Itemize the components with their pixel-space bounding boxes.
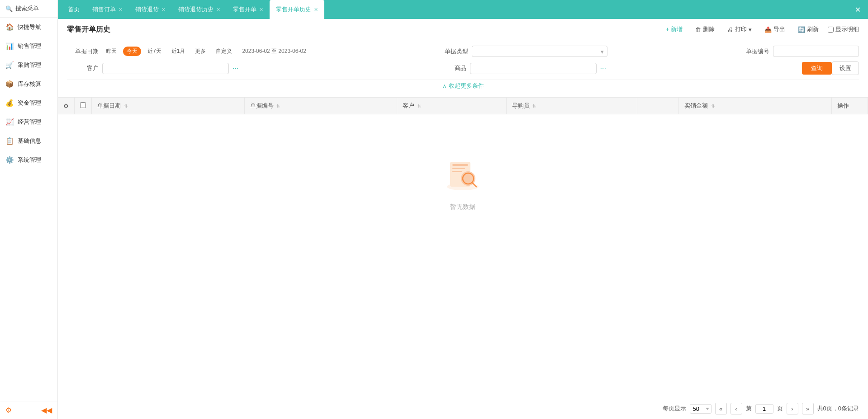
select-all-checkbox[interactable] (80, 102, 86, 108)
collapse-filter-btn[interactable]: ∧ 收起更多条件 (67, 80, 859, 92)
pagination-bar: 每页显示 50 10 20 100 « ‹ 第 页 › » 共0页，0条记录 (58, 398, 868, 419)
delete-button[interactable]: 🗑 删除 (692, 24, 718, 35)
date-filter-label: 单据日期 (67, 47, 99, 56)
sidebar-search[interactable]: 🔍 搜索采单 (0, 0, 57, 18)
query-button[interactable]: 查询 (802, 62, 832, 75)
empty-state: 暂无数据 (58, 114, 868, 229)
tab-retail-open-history[interactable]: 零售开单历史 ✕ (270, 0, 324, 19)
sidebar-item-purchase-mgmt[interactable]: 🛒 采购管理 (0, 56, 57, 75)
sidebar-item-sales-mgmt[interactable]: 📊 销售管理 (0, 37, 57, 56)
date-more[interactable]: 更多 (191, 47, 209, 56)
sidebar-item-inventory[interactable]: 📦 库存核算 (0, 75, 57, 94)
table-header-amount[interactable]: 实销金额 ⇅ (679, 98, 832, 114)
table-settings-header[interactable]: ⚙ (58, 98, 75, 114)
date-7days[interactable]: 近7天 (144, 47, 165, 56)
sidebar-bottom: ⚙ ◀◀ (0, 401, 57, 419)
tab-sales-order-close[interactable]: ✕ (119, 7, 123, 13)
date-options: 昨天 今天 近7天 近1月 更多 自定义 2023-06-02 至 2023-0… (102, 47, 306, 56)
filter-area: 单据日期 昨天 今天 近7天 近1月 更多 自定义 2023-06-02 至 2… (58, 40, 868, 98)
date-yesterday[interactable]: 昨天 (102, 47, 120, 56)
tab-sales-return[interactable]: 销货退货 ✕ (129, 0, 172, 19)
data-table: ⚙ 单据日期 ⇅ 单据编号 ⇅ 客户 ⇅ (58, 98, 868, 229)
table-header-salesperson[interactable]: 导购员 ⇅ (506, 98, 637, 114)
table-header-action: 操作 (832, 98, 868, 114)
sidebar-item-label: 经营管理 (18, 118, 41, 126)
tab-retail-open[interactable]: 零售开单 ✕ (227, 0, 270, 19)
sidebar-nav: 🏠 快捷导航 📊 销售管理 🛒 采购管理 📦 库存核算 💰 资金管理 📈 经营管… (0, 18, 57, 401)
prev-page-btn[interactable]: ‹ (730, 403, 742, 414)
gear-icon: ⚙️ (5, 156, 14, 164)
show-detail-toggle[interactable]: 显示明细 (828, 25, 859, 33)
table-header-date[interactable]: 单据日期 ⇅ (92, 98, 245, 114)
tab-retail-open-history-close[interactable]: ✕ (314, 7, 318, 13)
collapse-sidebar-icon[interactable]: ◀◀ (41, 406, 52, 414)
tab-sales-return-history-label: 销货退货历史 (178, 5, 213, 14)
tab-sales-return-label: 销货退货 (135, 5, 159, 14)
goods-filter-label: 商品 (435, 64, 466, 72)
tab-home[interactable]: 首页 (62, 0, 86, 19)
add-button[interactable]: + 新增 (662, 24, 686, 35)
table-header-order-no[interactable]: 单据编号 ⇅ (244, 98, 397, 114)
show-detail-checkbox-input[interactable] (828, 27, 834, 33)
tab-retail-open-close[interactable]: ✕ (259, 7, 263, 13)
print-dropdown-icon: ▾ (749, 26, 752, 33)
date-1month[interactable]: 近1月 (168, 47, 189, 56)
print-icon: 🖨 (727, 26, 733, 33)
sidebar-item-finance[interactable]: 💰 资金管理 (0, 94, 57, 113)
per-page-select[interactable]: 50 10 20 100 (690, 404, 711, 414)
search-icon: 🔍 (5, 5, 13, 12)
refresh-button[interactable]: 🔄 刷新 (794, 24, 822, 35)
close-all-tabs-btn[interactable]: ✕ (851, 5, 864, 14)
table-checkbox-header[interactable] (75, 98, 92, 114)
sidebar-item-basic-info[interactable]: 📋 基础信息 (0, 132, 57, 151)
sidebar-search-label: 搜索采单 (15, 5, 39, 13)
export-button[interactable]: 📤 导出 (761, 24, 789, 35)
type-select[interactable] (472, 46, 607, 57)
customer-input[interactable] (102, 63, 229, 74)
print-button[interactable]: 🖨 打印 ▾ (724, 24, 755, 35)
sidebar-item-operations[interactable]: 📈 经营管理 (0, 113, 57, 132)
tab-sales-return-close[interactable]: ✕ (161, 7, 166, 13)
date-sort-icon: ⇅ (124, 104, 128, 108)
tab-sales-order-label: 销售订单 (92, 5, 116, 14)
sidebar-item-label: 基础信息 (18, 137, 41, 145)
refresh-icon: 🔄 (798, 26, 805, 33)
first-page-btn[interactable]: « (715, 403, 727, 414)
home-icon: 🏠 (5, 23, 14, 31)
settings-icon: ⚙ (63, 103, 69, 109)
settings-bottom-icon[interactable]: ⚙ (5, 406, 12, 414)
page-number-input[interactable] (755, 404, 773, 414)
sidebar-item-quick-nav[interactable]: 🏠 快捷导航 (0, 18, 57, 37)
filter-row-date: 单据日期 昨天 今天 近7天 近1月 更多 自定义 2023-06-02 至 2… (67, 46, 859, 57)
page-title: 零售开单历史 (67, 25, 662, 34)
customer-sort-icon: ⇅ (417, 104, 421, 108)
toolbar: + 新增 🗑 删除 🖨 打印 ▾ 📤 导出 🔄 刷新 显示明细 (662, 24, 859, 35)
tab-home-label: 首页 (68, 5, 80, 14)
date-today[interactable]: 今天 (123, 47, 141, 56)
order-no-input[interactable] (773, 46, 859, 57)
page-prefix-label: 第 (746, 405, 752, 413)
settings-button[interactable]: 设置 (832, 61, 859, 75)
customer-picker-btn[interactable]: ··· (232, 64, 238, 72)
main-area: 首页 销售订单 ✕ 销货退货 ✕ 销货退货历史 ✕ 零售开单 ✕ 零售开单历史 … (58, 0, 868, 419)
table-header-customer[interactable]: 客户 ⇅ (397, 98, 507, 114)
date-custom[interactable]: 自定义 (212, 47, 236, 56)
goods-picker-btn[interactable]: ··· (600, 64, 606, 72)
next-page-btn[interactable]: › (787, 403, 798, 414)
sidebar-item-label: 销售管理 (18, 42, 41, 50)
tab-sales-order[interactable]: 销售订单 ✕ (86, 0, 129, 19)
sidebar-item-sys-mgmt[interactable]: ⚙️ 系统管理 (0, 151, 57, 169)
last-page-btn[interactable]: » (802, 403, 814, 414)
cart-icon: 🛒 (5, 61, 14, 69)
tab-retail-open-label: 零售开单 (233, 5, 256, 14)
goods-input[interactable] (470, 63, 597, 74)
date-range-display: 2023-06-02 至 2023-06-02 (242, 47, 306, 55)
customer-filter-label: 客户 (67, 64, 99, 72)
tab-sales-return-history[interactable]: 销货退货历史 ✕ (172, 0, 227, 19)
box-icon: 📦 (5, 80, 14, 88)
order-no-filter-label: 单据编号 (738, 47, 769, 56)
operations-icon: 📈 (5, 118, 14, 126)
tab-bar: 首页 销售订单 ✕ 销货退货 ✕ 销货退货历史 ✕ 零售开单 ✕ 零售开单历史 … (58, 0, 868, 19)
tab-sales-return-history-close[interactable]: ✕ (216, 7, 220, 13)
clipboard-icon: 📋 (5, 137, 14, 145)
